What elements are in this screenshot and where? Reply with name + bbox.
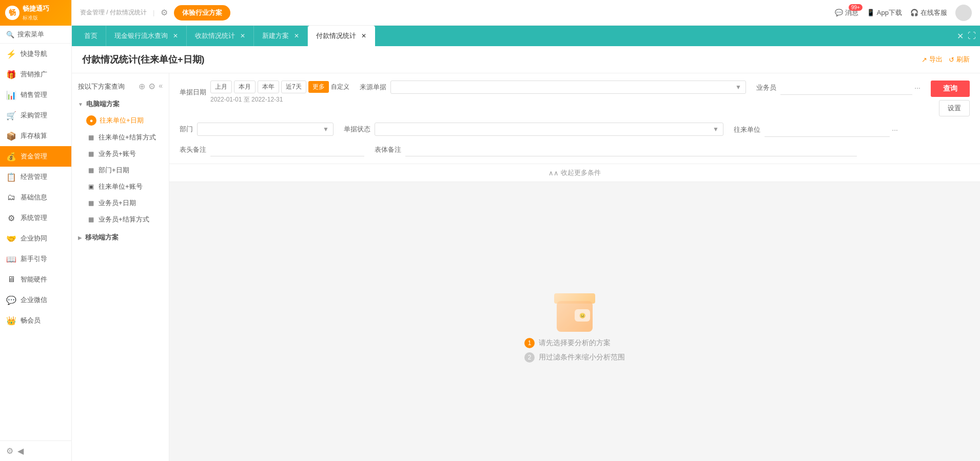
scheme-item-staff-settle[interactable]: ▦ 业务员+结算方式 <box>72 211 169 228</box>
tab-close-bank-flow[interactable]: ✕ <box>173 32 178 39</box>
sidebar-item-system[interactable]: ⚙ 系统管理 <box>0 208 71 228</box>
scheme-group-desktop-header[interactable]: ▼ 电脑端方案 <box>72 96 169 112</box>
scheme-group-mobile-header[interactable]: ▶ 移动端方案 <box>72 230 169 245</box>
scheme-item-staff-date[interactable]: ▦ 业务员+日期 <box>72 195 169 211</box>
date-btn-last-month[interactable]: 上月 <box>210 81 232 93</box>
footer-collapse-icon[interactable]: ◀ <box>17 446 24 456</box>
query-button[interactable]: 查询 <box>931 81 970 97</box>
refresh-button[interactable]: ↺ 刷新 <box>949 55 970 64</box>
message-icon: 💬 <box>835 9 843 16</box>
scheme-item-staff-account[interactable]: ▦ 业务员+账号 <box>72 146 169 162</box>
sidebar-item-member[interactable]: 👑 畅会员 <box>0 310 71 331</box>
doc-status-select[interactable]: ▼ <box>375 123 723 136</box>
app-download-btn[interactable]: 📱 App下载 <box>867 8 902 17</box>
tab-receipt-stat[interactable]: 收款情况统计 ✕ <box>187 26 254 46</box>
topbar-actions: 💬 消息 99+ 📱 App下载 🎧 在线客服 <box>835 5 972 21</box>
maximize-window-icon[interactable]: ⛶ <box>968 31 976 41</box>
date-btn-this-month[interactable]: 本月 <box>234 81 256 93</box>
date-btn-last-7[interactable]: 近7天 <box>281 81 306 93</box>
settings-button[interactable]: 设置 <box>939 100 970 116</box>
sidebar-item-label: 畅会员 <box>21 316 41 325</box>
date-btn-this-year[interactable]: 本年 <box>258 81 279 93</box>
dept-select-arrow: ▼ <box>323 126 329 133</box>
search-icon: 🔍 <box>6 31 14 38</box>
topbar-settings-icon[interactable]: ⚙ <box>161 8 168 17</box>
tab-bank-flow[interactable]: 现金银行流水查询 ✕ <box>106 26 187 46</box>
search-menu[interactable]: 🔍 搜索菜单 <box>0 26 71 44</box>
basic-icon: 🗂 <box>6 192 16 203</box>
date-more-btn[interactable]: 更多 <box>308 81 329 93</box>
sidebar-item-wechat[interactable]: 💬 企业微信 <box>0 290 71 310</box>
scheme-item-active-icon: ● <box>86 115 96 126</box>
hint-text-1: 请先选择要分析的方案 <box>539 338 611 348</box>
scheme-settings-icon[interactable]: ⚙ <box>148 82 155 91</box>
date-custom-btn[interactable]: 自定义 <box>331 83 349 91</box>
refresh-icon: ↺ <box>949 56 954 64</box>
source-select-arrow: ▼ <box>735 84 741 91</box>
sidebar-item-marketing[interactable]: 🎁 营销推广 <box>0 64 71 85</box>
scheme-item-dept-date[interactable]: ▦ 部门+日期 <box>72 162 169 178</box>
note-header-input[interactable] <box>210 143 364 156</box>
sidebar-item-finance[interactable]: 💰 资金管理 <box>0 146 71 167</box>
dept-label: 部门 <box>180 125 193 134</box>
sidebar-item-inventory[interactable]: 📦 库存核算 <box>0 126 71 146</box>
sidebar-item-label: 经营管理 <box>21 172 47 182</box>
tab-new-scheme[interactable]: 新建方案 ✕ <box>254 26 308 46</box>
desktop-group-arrow: ▼ <box>78 102 83 107</box>
tab-close-new-scheme[interactable]: ✕ <box>294 32 299 39</box>
sidebar-item-basic[interactable]: 🗂 基础信息 <box>0 187 71 208</box>
scheme-item-partner-date[interactable]: ● 往来单位+日期 <box>72 112 169 129</box>
scheme-item-icon: ▣ <box>86 182 95 191</box>
scheme-item-label: 往来单位+日期 <box>100 116 144 125</box>
close-window-icon[interactable]: ✕ <box>957 31 964 41</box>
tab-home[interactable]: 首页 <box>76 26 106 46</box>
footer-settings-icon[interactable]: ⚙ <box>6 446 13 456</box>
filter-field-source: 来源单据 ▼ <box>360 81 746 94</box>
sidebar-footer: ⚙ ◀ <box>0 440 71 461</box>
dept-select[interactable]: ▼ <box>197 123 334 136</box>
staff-label: 业务员 <box>756 83 776 92</box>
filter-row-2: 部门 ▼ 单据状态 ▼ <box>180 123 970 137</box>
box-face: 😐 <box>575 309 590 322</box>
filter-action-group: 查询 设置 <box>931 81 970 116</box>
tab-close-payment-stat[interactable]: ✕ <box>361 32 366 39</box>
collapse-conditions-button[interactable]: ∧∧ 收起更多条件 <box>548 168 601 177</box>
scheme-item-partner-settle[interactable]: ▦ 往来单位+结算方式 <box>72 129 169 146</box>
export-button[interactable]: ↗ 导出 <box>922 55 943 64</box>
source-select[interactable]: ▼ <box>390 81 746 94</box>
empty-hint-2: 2 用过滤条件来缩小分析范围 <box>524 352 625 363</box>
sidebar-item-hardware[interactable]: 🖥 智能硬件 <box>0 269 71 290</box>
tab-payment-stat[interactable]: 付款情况统计 ✕ <box>308 26 375 46</box>
page-header-actions: ↗ 导出 ↺ 刷新 <box>922 55 970 64</box>
partner-ellipsis[interactable]: ··· <box>892 126 898 134</box>
filter-form: 单据日期 上月 本月 本年 近7天 更多 自定义 20 <box>169 73 980 164</box>
sidebar-item-label: 快捷导航 <box>21 49 47 58</box>
filter-field-dept: 部门 ▼ <box>180 123 334 136</box>
member-icon: 👑 <box>6 315 16 326</box>
messages-btn[interactable]: 💬 消息 99+ <box>835 8 858 17</box>
add-scheme-icon[interactable]: ⊕ <box>139 82 145 91</box>
sidebar-item-purchase[interactable]: 🛒 采购管理 <box>0 105 71 126</box>
staff-ellipsis[interactable]: ··· <box>914 84 920 92</box>
sidebar-item-label: 销售管理 <box>21 90 47 99</box>
scheme-item-icon: ▦ <box>86 149 95 158</box>
collapse-scheme-icon[interactable]: « <box>159 82 163 91</box>
sidebar-item-operations[interactable]: 📋 经营管理 <box>0 167 71 187</box>
sidebar-item-enterprise[interactable]: 🤝 企业协同 <box>0 228 71 249</box>
trial-button[interactable]: 体验行业方案 <box>174 5 230 21</box>
note-body-input[interactable] <box>405 143 857 156</box>
sidebar-item-guide[interactable]: 📖 新手引导 <box>0 249 71 269</box>
filter-row-3: 表头备注 表体备注 <box>180 143 970 156</box>
page-title: 付款情况统计(往来单位+日期) <box>82 53 922 66</box>
search-menu-label: 搜索菜单 <box>17 30 44 39</box>
hint-text-2: 用过滤条件来缩小分析范围 <box>539 353 625 362</box>
sidebar-item-label: 库存核算 <box>21 131 47 141</box>
user-avatar[interactable] <box>955 5 972 21</box>
scheme-item-partner-account[interactable]: ▣ 往来单位+账号 <box>72 178 169 195</box>
online-service-btn[interactable]: 🎧 在线客服 <box>910 8 947 17</box>
empty-state: 😐 1 请先选择要分析的方案 2 用过滤条件来缩小分析范围 <box>169 182 980 461</box>
sidebar-item-quick-nav[interactable]: ⚡ 快捷导航 <box>0 44 71 64</box>
sidebar-item-sales[interactable]: 📊 销售管理 <box>0 85 71 105</box>
tab-close-receipt-stat[interactable]: ✕ <box>240 32 245 39</box>
doc-status-select-arrow: ▼ <box>713 126 719 133</box>
